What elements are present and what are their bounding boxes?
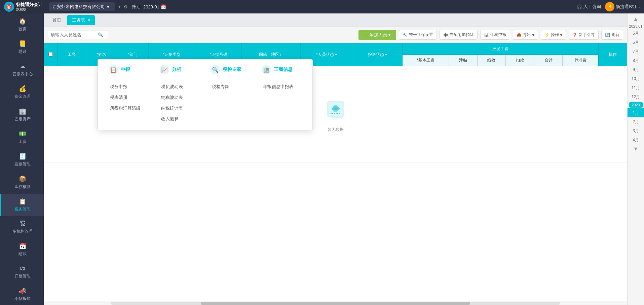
sidebar-item-ledger[interactable]: 📒 总账 <box>0 36 44 59</box>
content-area: 首页 工资表 × 🔍 ＋ 添加人员 ▾ 🔧 <box>44 13 627 305</box>
menu-item-annual-report[interactable]: 年报信息申报表 <box>262 81 302 92</box>
menu-item-income-tax[interactable]: 所得税汇算清缴 <box>109 103 149 114</box>
deduction-label: 专项附加扣除 <box>450 32 474 38</box>
social-security-button[interactable]: 🔧 统一社保设置 <box>399 30 437 40</box>
user-menu[interactable]: B 畅捷通B组... <box>605 2 640 11</box>
operations-dropdown-icon: ▾ <box>560 33 562 37</box>
menu-item-tax-dynamic[interactable]: 纳税波动表 <box>160 92 200 103</box>
operations-icon: ⚡ <box>544 33 550 37</box>
sidebar-item-archive[interactable]: 🗂 归档管理 <box>0 261 44 283</box>
search-input[interactable] <box>51 32 98 37</box>
promo-icon: 📣 <box>19 287 26 295</box>
tab-salary-table[interactable]: 工资表 × <box>67 15 95 25</box>
sidebar-item-cloud[interactable]: ☁ 云报表中心 <box>0 59 44 81</box>
help-button[interactable]: 🎧 人工咨询 <box>577 4 601 10</box>
user-avatar: B <box>605 2 614 11</box>
status-filter-icon[interactable]: ▾ <box>335 52 337 57</box>
month-2023-9[interactable]: 9月 <box>628 65 644 74</box>
export-button[interactable]: 📤 导出 ▾ <box>513 30 538 40</box>
select-all-checkbox[interactable] <box>48 52 53 56</box>
app-name: 畅捷通好会计 <box>16 2 42 7</box>
month-2023-8[interactable]: 8月 <box>628 56 644 65</box>
tab-close-icon[interactable]: × <box>88 18 90 23</box>
report-filter-icon[interactable]: ▾ <box>385 52 387 57</box>
add-person-button[interactable]: ＋ 添加人员 ▾ <box>358 30 396 40</box>
menu-item-tax-stat[interactable]: 纳税统计表 <box>160 103 200 114</box>
inventory-icon: 📦 <box>19 175 26 183</box>
top-bar-actions: 🎧 人工咨询 B 畅捷通B组... <box>577 2 640 11</box>
business-icon: 🏢 <box>262 65 271 74</box>
top-bar: 🎯 畅捷通好会计 旗舰版 西安虾米网络科技有限公司 ▾ ＋ ⚙ 账期 2023-… <box>0 0 644 13</box>
month-2023-7[interactable]: 7月 <box>628 47 644 56</box>
month-2024-4[interactable]: 4月 <box>628 136 644 145</box>
sidebar-item-inventory[interactable]: 📦 库存核算 <box>0 171 44 194</box>
menu-item-tax-burden[interactable]: 税负波动表 <box>160 81 200 92</box>
menu-item-income-calc[interactable]: 收入测算 <box>160 114 200 124</box>
salary-icon: 💵 <box>19 130 26 138</box>
sidebar-item-multi[interactable]: 🏗 多机构管理 <box>0 216 44 238</box>
sidebar-item-label: 小畅报销 <box>14 296 31 302</box>
sidebar-item-tax[interactable]: 📋 税务管理 <box>0 194 44 216</box>
tabs-bar: 首页 工资表 × <box>44 13 627 27</box>
menu-section-business: 🏢 工商信息 年报信息申报表 <box>256 65 307 124</box>
month-2023-10[interactable]: 10月 <box>628 74 644 83</box>
dropdown-arrow-icon: ▾ <box>107 4 109 9</box>
sidebar-item-label: 结账 <box>18 251 27 257</box>
settings-icon[interactable]: ⚙ <box>124 4 128 9</box>
month-2023-11[interactable]: 11月 <box>628 83 644 92</box>
sidebar-item-assets[interactable]: 🏢 固定资产 <box>0 104 44 126</box>
sidebar-item-close[interactable]: 📅 结账 <box>0 238 44 261</box>
sidebar-item-label: 发票管理 <box>14 161 31 167</box>
invoice-icon: 🧾 <box>19 153 26 160</box>
company-name: 西安虾米网络科技有限公司 <box>52 4 105 10</box>
col-salary-group: 应发工资 <box>402 43 599 55</box>
sidebar-item-invoice[interactable]: 🧾 发票管理 <box>0 149 44 171</box>
dropdown-overlay: 📋 申报 税务申报 税表清册 所得税汇算清缴 📈 分析 <box>44 59 627 305</box>
date-nav-up[interactable]: ▲ <box>632 15 640 24</box>
expert-icon: 🔍 <box>211 65 220 74</box>
close-period-icon: 📅 <box>19 242 26 250</box>
business-header: 🏢 工商信息 <box>262 65 302 77</box>
month-2023-12[interactable]: 12月 <box>628 92 644 102</box>
add-person-label: 添加人员 <box>370 32 387 38</box>
add-company-icon[interactable]: ＋ <box>117 4 122 10</box>
month-2023-6[interactable]: 6月 <box>628 38 644 47</box>
company-selector[interactable]: 西安虾米网络科技有限公司 ▾ <box>49 2 115 11</box>
ledger-icon: 📒 <box>19 40 26 47</box>
personal-tax-button[interactable]: 📊 个税申报 <box>480 30 510 40</box>
period-value: 2023-01 <box>143 4 159 9</box>
analysis-header: 📈 分析 <box>160 65 200 77</box>
month-2023-5[interactable]: 5月 <box>628 29 644 38</box>
refresh-button[interactable]: 🔄 刷新 <box>601 30 623 40</box>
tax-icon: 📋 <box>19 198 26 205</box>
help-label: 人工咨询 <box>583 4 601 10</box>
month-2024-1[interactable]: 1月 <box>628 108 644 117</box>
menu-section-expert: 🔍 税检专家 税检专家 <box>205 65 256 124</box>
tab-home[interactable]: 首页 <box>48 15 66 25</box>
special-deduction-button[interactable]: ➕ 专项附加扣除 <box>440 30 478 40</box>
app-version: 旗舰版 <box>16 7 42 11</box>
home-icon: 🏠 <box>19 17 26 25</box>
month-2024-3[interactable]: 3月 <box>628 126 644 136</box>
month-2024-2[interactable]: 2月 <box>628 117 644 126</box>
date-nav-down[interactable]: ▼ <box>632 145 640 153</box>
sidebar-item-promo[interactable]: 📣 小畅报销 <box>0 283 44 305</box>
logo-icon: 🎯 <box>4 2 14 12</box>
menu-item-tax-declaration[interactable]: 税务申报 <box>109 81 149 92</box>
menu-item-expert[interactable]: 税检专家 <box>211 81 251 92</box>
declaration-title: 申报 <box>121 67 130 73</box>
guide-button[interactable]: ❓ 新手引导 <box>569 30 599 40</box>
security-label: 统一社保设置 <box>409 32 433 38</box>
menu-section-analysis: 📈 分析 税负波动表 纳税波动表 纳税统计表 收入测算 <box>154 65 205 124</box>
sidebar-item-salary[interactable]: 💵 工资 <box>0 126 44 149</box>
main-layout: 🏠 首页 📒 总账 ☁ 云报表中心 💰 资金管理 🏢 固定资产 💵 工资 🧾 发… <box>0 13 644 305</box>
sidebar-item-label: 税务管理 <box>14 206 31 212</box>
tax-report-icon: 📊 <box>484 33 489 37</box>
sidebar-item-home[interactable]: 🏠 首页 <box>0 13 44 36</box>
fund-icon: 💰 <box>19 85 26 92</box>
menu-item-tax-table[interactable]: 税表清册 <box>109 92 149 103</box>
operations-button[interactable]: ⚡ 操作 ▾ <box>541 30 566 40</box>
help-icon: 🎧 <box>577 4 582 9</box>
sidebar-item-fund[interactable]: 💰 资金管理 <box>0 81 44 104</box>
calendar-icon[interactable]: 📅 <box>161 4 166 9</box>
